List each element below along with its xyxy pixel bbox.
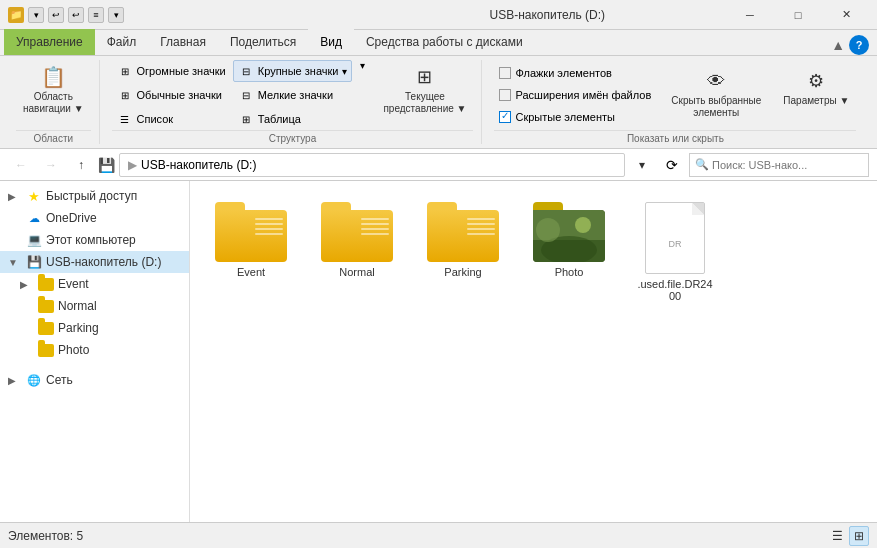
tab-view[interactable]: Вид [308,29,354,55]
huge-icons-icon: ⊞ [117,63,133,79]
parking-folder-large [427,202,499,262]
hide-selected-btn[interactable]: 👁 Скрыть выбранныеэлементы [664,64,768,124]
usb-label: USB-накопитель (D:) [46,255,161,269]
ribbon-group-layout: ⊞ Огромные значки ⊞ Обычные значки ☰ Спи… [104,60,483,144]
normal-icons-icon: ⊞ [117,87,133,103]
normal-icons-label: Обычные значки [137,89,222,101]
flags-checkbox-btn[interactable]: Флажки элементов [494,64,656,82]
params-btn[interactable]: ⚙ Параметры ▼ [776,64,856,112]
window-controls: ─ □ ✕ [727,0,869,30]
minimize-btn[interactable]: ─ [727,0,773,30]
file-item-used[interactable]: DR .used.file.DR2400 [630,197,720,307]
sidebar-item-network[interactable]: ▶ 🌐 Сеть [0,369,189,391]
tab-share[interactable]: Поделиться [218,29,308,55]
undo-btn[interactable]: ↩ [48,7,64,23]
this-pc-label: Этот компьютер [46,233,136,247]
normal-icons-btn[interactable]: ⊞ Обычные значки [112,84,231,106]
extensions-checkbox[interactable] [499,89,511,101]
window-title: USB-накопитель (D:) [368,8,728,22]
this-pc-icon: 💻 [26,232,42,248]
areas-group-label: Области [16,130,91,144]
folder-lines-normal [361,218,389,238]
title-bar-left: 📁 ▾ ↩ ↩ ≡ ▾ [8,7,368,23]
search-input[interactable] [689,153,869,177]
tab-home[interactable]: Главная [148,29,218,55]
sidebar-item-photo[interactable]: Photo [0,339,189,361]
current-view-btn[interactable]: ⊞ Текущеепредставление ▼ [376,60,473,120]
sidebar-item-onedrive[interactable]: ☁ OneDrive [0,207,189,229]
svg-point-1 [575,217,591,233]
quick-access-btn[interactable]: ▾ [28,7,44,23]
layout-group-label: Структура [112,130,474,144]
path-text: USB-накопитель (D:) [141,158,256,172]
table-btn[interactable]: ⊞ Таблица [233,108,353,130]
folder-lines-event [255,218,283,238]
flags-checkbox[interactable] [499,67,511,79]
sidebar-item-this-pc[interactable]: 💻 Этот компьютер [0,229,189,251]
tab-file[interactable]: Файл [95,29,149,55]
forward-btn[interactable]: → [38,152,64,178]
folder-body-parking [427,210,499,262]
photo-folder-icon [38,342,54,358]
large-icons-icon: ⊟ [238,63,254,79]
network-label: Сеть [46,373,73,387]
tab-manage[interactable]: Управление [4,29,95,55]
up-btn[interactable]: ↑ [68,152,94,178]
more-btn[interactable]: ▾ [108,7,124,23]
help-btn[interactable]: ? [849,35,869,55]
ribbon-collapse-btn[interactable]: ▲ [831,37,845,53]
layout-more-btn[interactable]: ▾ [360,60,365,71]
large-icons-label: Крупные значки [258,65,339,77]
folder-lines-parking [467,218,495,238]
onedrive-icon: ☁ [26,210,42,226]
path-icon: 💾 [98,157,115,173]
sidebar-item-quick-access[interactable]: ▶ ★ Быстрый доступ [0,185,189,207]
folder-photo-preview [533,210,605,262]
file-item-event[interactable]: Event [206,197,296,307]
params-icon: ⚙ [804,69,828,93]
sidebar-item-normal[interactable]: Normal [0,295,189,317]
event-label: Event [58,277,89,291]
back-btn[interactable]: ← [8,152,34,178]
extensions-checkbox-btn[interactable]: Расширения имён файлов [494,86,656,104]
refresh-btn[interactable]: ⟳ [659,152,685,178]
folder-body-event [215,210,287,262]
hidden-items-label: Скрытые элементы [515,111,615,123]
close-btn[interactable]: ✕ [823,0,869,30]
properties-btn[interactable]: ≡ [88,7,104,23]
nav-area-btn[interactable]: 📋 Областьнавигации ▼ [16,60,91,120]
nav-area-label: Областьнавигации ▼ [23,91,84,115]
redo-btn[interactable]: ↩ [68,7,84,23]
view-grid-btn[interactable]: ⊞ [849,526,869,546]
ribbon-tabs: Управление Файл Главная Поделиться Вид С… [0,30,877,56]
svg-rect-3 [533,240,605,262]
tab-disk-tools[interactable]: Средства работы с дисками [354,29,535,55]
huge-icons-btn[interactable]: ⊞ Огромные значки [112,60,231,82]
sidebar-item-usb[interactable]: ▼ 💾 USB-накопитель (D:) [0,251,189,273]
table-label: Таблица [258,113,301,125]
address-path[interactable]: ▶ USB-накопитель (D:) [119,153,625,177]
onedrive-label: OneDrive [46,211,97,225]
parking-filename: Parking [444,266,481,278]
list-btn[interactable]: ☰ Список [112,108,231,130]
event-filename: Event [237,266,265,278]
view-list-btn[interactable]: ☰ [827,526,847,546]
view-controls: ☰ ⊞ [827,526,869,546]
hidden-items-checkbox[interactable] [499,111,511,123]
file-area: Event Normal [190,181,877,522]
path-dropdown-btn[interactable]: ▾ [629,152,655,178]
flags-label: Флажки элементов [515,67,611,79]
maximize-btn[interactable]: □ [775,0,821,30]
large-icons-btn[interactable]: ⊟ Крупные значки ▾ [233,60,353,82]
huge-icons-label: Огромные значки [137,65,226,77]
sidebar-item-event[interactable]: ▶ Event [0,273,189,295]
file-item-parking[interactable]: Parking [418,197,508,307]
usb-icon: 💾 [26,254,42,270]
file-item-photo[interactable]: Photo [524,197,614,307]
hidden-items-checkbox-btn[interactable]: Скрытые элементы [494,108,656,126]
small-icons-btn[interactable]: ⊟ Мелкие значки [233,84,353,106]
file-item-normal[interactable]: Normal [312,197,402,307]
sidebar-item-parking[interactable]: Parking [0,317,189,339]
ribbon-layout-items: ⊞ Огромные значки ⊞ Обычные значки ☰ Спи… [112,60,474,130]
used-filename: .used.file.DR2400 [635,278,715,302]
